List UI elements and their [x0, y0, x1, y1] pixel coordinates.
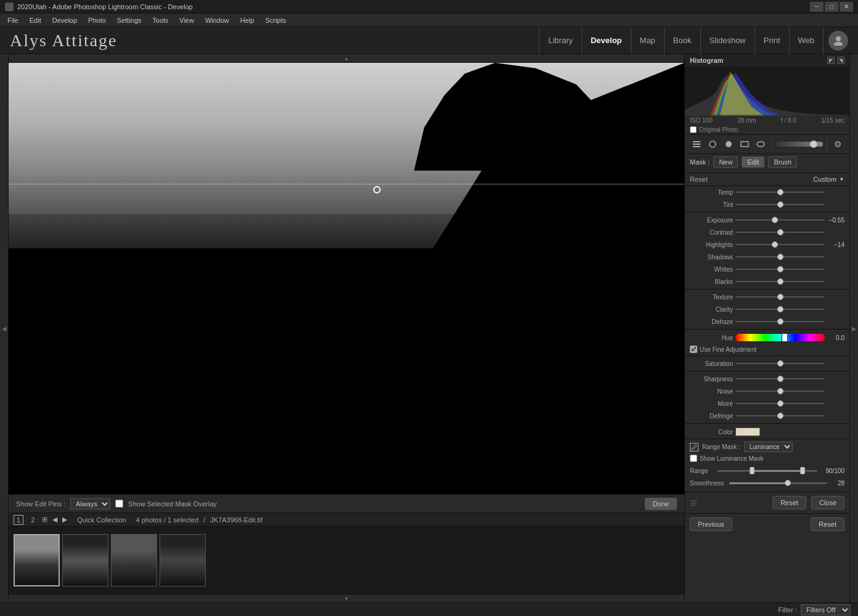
defringe-label: Defringe: [690, 413, 733, 419]
saturation-label: Saturation: [690, 360, 733, 367]
menu-view[interactable]: View: [174, 15, 199, 25]
nav-develop[interactable]: Develop: [582, 27, 631, 54]
exposure-slider[interactable]: [735, 216, 825, 224]
tint-slider[interactable]: [735, 200, 825, 209]
menu-file[interactable]: File: [2, 15, 23, 25]
nav-web[interactable]: Web: [790, 27, 824, 54]
range-mask-type-select[interactable]: Luminance Color Depth: [744, 442, 793, 452]
nav-library[interactable]: Library: [539, 27, 582, 54]
filters-select[interactable]: Filters Off Flagged Unflagged: [801, 604, 851, 615]
reset-label[interactable]: Reset: [690, 176, 708, 183]
mask-section: Mask : New Edit Brush: [685, 154, 849, 173]
clarity-slider[interactable]: [735, 305, 825, 314]
shadows-slider[interactable]: [735, 253, 825, 261]
settings-icon[interactable]: ⚙: [831, 137, 844, 151]
left-panel-toggle[interactable]: ◀: [0, 54, 9, 602]
filmstrip-thumb-2[interactable]: [62, 534, 108, 586]
nav-book[interactable]: Book: [665, 27, 701, 54]
menu-photo[interactable]: Photo: [83, 15, 111, 25]
user-profile-icon[interactable]: [828, 31, 848, 51]
menu-settings[interactable]: Settings: [112, 15, 147, 25]
dehaze-slider[interactable]: [735, 317, 825, 326]
custom-dropdown[interactable]: Custom: [813, 176, 836, 183]
smoothness-thumb[interactable]: [785, 480, 791, 486]
nav-next-icon[interactable]: ▶: [62, 516, 67, 524]
panel-reset-button[interactable]: Reset: [772, 496, 806, 509]
menu-window[interactable]: Window: [200, 15, 234, 25]
range-thumb-right[interactable]: [800, 467, 805, 474]
fine-adjustment-label: Use Fine Adjustment: [700, 346, 756, 353]
mask-new-button[interactable]: New: [713, 156, 738, 168]
range-slider[interactable]: [717, 466, 817, 475]
previous-button[interactable]: Previous: [690, 517, 732, 531]
fine-adjustment-checkbox[interactable]: [690, 346, 697, 353]
custom-dropdown-arrow[interactable]: ▼: [839, 176, 844, 182]
noise-slider[interactable]: [735, 387, 825, 395]
grid-icon[interactable]: ⊞: [42, 516, 47, 524]
circle-solid-icon[interactable]: [722, 137, 735, 151]
top-collapse-bar[interactable]: ▲: [9, 54, 684, 63]
rect-icon[interactable]: [738, 137, 751, 151]
thumb-img-1: [15, 535, 59, 585]
color-swatch[interactable]: [735, 428, 760, 436]
whites-slider[interactable]: [735, 265, 825, 274]
master-slider-icon[interactable]: [775, 142, 823, 147]
show-edit-pins-label: Show Edit Pins :: [16, 500, 65, 508]
image-viewer[interactable]: [9, 63, 684, 494]
bottom-collapse-bar[interactable]: ▼: [9, 594, 684, 602]
basic-panel-icon[interactable]: [690, 137, 703, 151]
menu-help[interactable]: Help: [235, 15, 259, 25]
maximize-button[interactable]: □: [825, 2, 838, 12]
view-mode-2[interactable]: 2: [28, 516, 37, 524]
mask-edit-button[interactable]: Edit: [742, 156, 764, 168]
view-mode-1[interactable]: 1: [14, 515, 23, 525]
temp-slider[interactable]: [735, 188, 825, 197]
ellipse-icon[interactable]: [754, 137, 767, 151]
menu-edit[interactable]: Edit: [25, 15, 46, 25]
nav-map[interactable]: Map: [631, 27, 665, 54]
original-photo-checkbox[interactable]: [690, 126, 697, 133]
show-mask-checkbox[interactable]: [115, 500, 123, 508]
histogram-highlight-icon[interactable]: ◥: [837, 57, 844, 64]
moire-slider[interactable]: [735, 399, 825, 408]
highlights-slider[interactable]: [735, 240, 825, 249]
contrast-slider[interactable]: [735, 228, 825, 237]
nav-print[interactable]: Print: [755, 27, 790, 54]
right-panel-toggle[interactable]: ▶: [849, 54, 858, 602]
edit-pins-select[interactable]: Always Never Auto: [70, 498, 110, 509]
filmstrip-thumb-4[interactable]: [160, 534, 206, 586]
panel-close-button[interactable]: Close: [811, 496, 844, 509]
mask-brush-button[interactable]: Brush: [768, 156, 797, 168]
histogram-shadow-icon[interactable]: ◤: [827, 57, 835, 64]
nav-prev-icon[interactable]: ◀: [52, 516, 57, 524]
show-luminance-mask-checkbox[interactable]: [690, 455, 697, 462]
defringe-slider[interactable]: [735, 411, 825, 420]
blacks-slider[interactable]: [735, 277, 825, 286]
circle-icon[interactable]: [706, 137, 719, 151]
moire-label: Moiré: [690, 400, 733, 407]
quick-collection-label[interactable]: Quick Collection: [77, 516, 126, 524]
hue-slider[interactable]: [735, 334, 825, 341]
sharpness-slider[interactable]: [735, 375, 825, 383]
menu-scripts[interactable]: Scripts: [261, 15, 291, 25]
filmstrip-infobar: 1 2 ⊞ ◀ ▶ Quick Collection 4 photos / 1 …: [9, 513, 684, 526]
done-button[interactable]: Done: [645, 498, 677, 510]
svg-point-6: [710, 141, 716, 147]
minimize-button[interactable]: ─: [810, 2, 824, 12]
close-button[interactable]: ✕: [840, 2, 853, 12]
window-controls[interactable]: ─ □ ✕: [810, 2, 853, 12]
range-mask-pen-icon[interactable]: [690, 443, 698, 452]
mask-control-point[interactable]: [373, 186, 381, 193]
range-thumb-left[interactable]: [750, 467, 755, 474]
menu-tools[interactable]: Tools: [148, 15, 174, 25]
highlights-value: −14: [827, 241, 844, 248]
adj-moire: Moiré: [685, 397, 849, 410]
smoothness-slider[interactable]: [729, 482, 827, 484]
saturation-slider[interactable]: [735, 359, 825, 368]
menu-develop[interactable]: Develop: [47, 15, 82, 25]
filmstrip-thumb-3[interactable]: [111, 534, 157, 586]
nav-reset-button[interactable]: Reset: [811, 517, 844, 531]
texture-slider[interactable]: [735, 293, 825, 301]
filmstrip-thumb-1[interactable]: [14, 534, 60, 586]
nav-slideshow[interactable]: Slideshow: [701, 27, 755, 54]
